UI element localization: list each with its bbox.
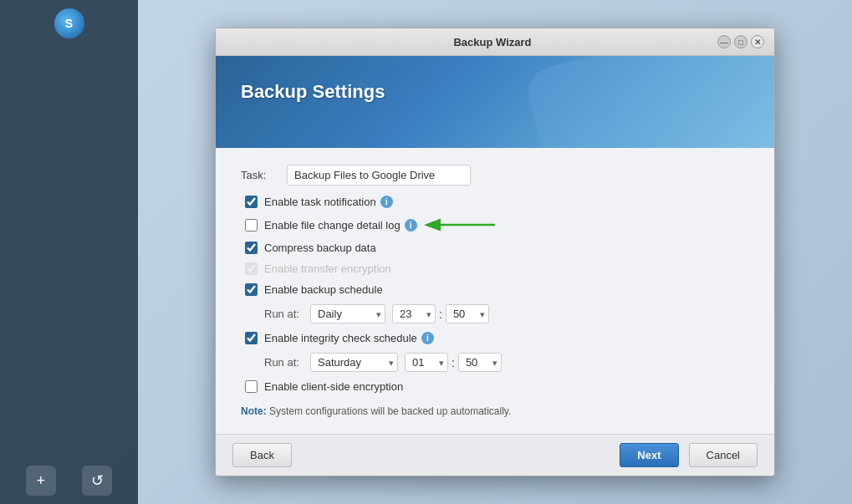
maximize-button[interactable]: □ (734, 35, 747, 48)
app-logo[interactable]: S (54, 8, 84, 38)
enable-task-notification-label: Enable task notification (264, 196, 376, 208)
schedule-frequency-wrapper: Daily Weekly Monthly (310, 304, 385, 323)
integrity-hour-select[interactable]: 01 (405, 353, 448, 372)
integrity-minute-wrapper: 50 (458, 353, 502, 372)
note-row: Note: System configurations will be back… (241, 405, 749, 417)
dialog-header: Backup Settings (216, 56, 774, 148)
header-title: Backup Settings (241, 81, 749, 103)
enable-integrity-check-checkbox[interactable] (245, 332, 258, 344)
modal-overlay: Backup Wizard — □ ✕ Backup Settings (138, 0, 852, 504)
history-button[interactable]: ↺ (82, 466, 112, 496)
enable-task-notification-row: Enable task notification i (241, 196, 749, 208)
enable-integrity-check-row: Enable integrity check schedule i (241, 332, 749, 344)
close-button[interactable]: ✕ (751, 35, 764, 48)
dialog-footer: Back Next Cancel (216, 434, 774, 476)
client-side-encryption-row: Enable client-side encryption (241, 380, 749, 393)
note-label: Note: (241, 405, 267, 417)
client-side-encryption-checkbox[interactable] (245, 380, 258, 393)
time-colon: : (439, 308, 442, 321)
run-at2-label: Run at: (264, 356, 310, 369)
integrity-check-info-icon[interactable]: i (421, 332, 434, 344)
integrity-day-select[interactable]: Saturday Sunday Monday Tuesday Wednesday… (310, 353, 398, 372)
backup-hour-wrapper: 23 (392, 304, 436, 323)
footer-right: Next Cancel (620, 443, 758, 467)
dialog-title: Backup Wizard (268, 36, 717, 48)
compress-backup-label: Compress backup data (264, 242, 376, 254)
transfer-encryption-label: Enable transfer encryption (264, 262, 391, 275)
run-at-label: Run at: (264, 308, 310, 320)
backup-minute-select[interactable]: 50 (446, 304, 489, 323)
green-arrow-icon (424, 216, 499, 233)
integrity-schedule-run-at-row: Run at: Saturday Sunday Monday Tuesday W… (241, 353, 749, 372)
compress-backup-checkbox[interactable] (245, 242, 258, 254)
task-input[interactable] (287, 165, 471, 186)
backup-minute-wrapper: 50 (446, 304, 489, 323)
note-text: System configurations will be backed up … (269, 405, 511, 417)
back-button[interactable]: Back (232, 443, 292, 467)
task-row: Task: (241, 165, 749, 186)
task-label: Task: (241, 169, 287, 181)
transfer-encryption-checkbox (245, 262, 258, 275)
enable-file-change-checkbox[interactable] (245, 219, 258, 232)
window-controls: — □ ✕ (717, 35, 764, 48)
enable-backup-schedule-row: Enable backup schedule (241, 283, 749, 296)
backup-schedule-run-at-row: Run at: Daily Weekly Monthly 23 (241, 304, 749, 323)
cancel-button[interactable]: Cancel (689, 443, 758, 467)
next-button[interactable]: Next (620, 443, 678, 467)
enable-file-change-row: Enable file change detail log i (241, 216, 749, 233)
file-change-info-icon[interactable]: i (405, 219, 417, 232)
task-notification-info-icon[interactable]: i (380, 196, 393, 208)
compress-backup-row: Compress backup data (241, 242, 749, 254)
transfer-encryption-row: Enable transfer encryption (241, 262, 749, 275)
enable-backup-schedule-label: Enable backup schedule (264, 283, 383, 296)
integrity-hour-wrapper: 01 (405, 353, 448, 372)
enable-task-notification-checkbox[interactable] (245, 196, 258, 208)
minimize-button[interactable]: — (717, 35, 731, 48)
integrity-minute-select[interactable]: 50 (458, 353, 502, 372)
enable-file-change-label: Enable file change detail log (264, 219, 400, 232)
client-side-encryption-label: Enable client-side encryption (264, 380, 403, 393)
schedule-frequency-select[interactable]: Daily Weekly Monthly (310, 304, 385, 323)
dialog-body: Task: Enable task notification i Enable … (216, 148, 774, 434)
enable-integrity-check-label: Enable integrity check schedule (264, 332, 417, 344)
taskbar: S + ↺ (0, 0, 138, 504)
dialog: Backup Wizard — □ ✕ Backup Settings (215, 28, 775, 476)
taskbar-bottom-icons: + ↺ (0, 466, 138, 496)
integrity-day-wrapper: Saturday Sunday Monday Tuesday Wednesday… (310, 353, 398, 372)
time-colon2: : (452, 356, 455, 369)
backup-hour-select[interactable]: 23 (392, 304, 436, 323)
title-bar: Backup Wizard — □ ✕ (216, 28, 774, 56)
enable-backup-schedule-checkbox[interactable] (245, 283, 258, 296)
add-button[interactable]: + (26, 466, 56, 496)
desktop: S + ↺ Backup Wizard — □ (0, 0, 852, 504)
